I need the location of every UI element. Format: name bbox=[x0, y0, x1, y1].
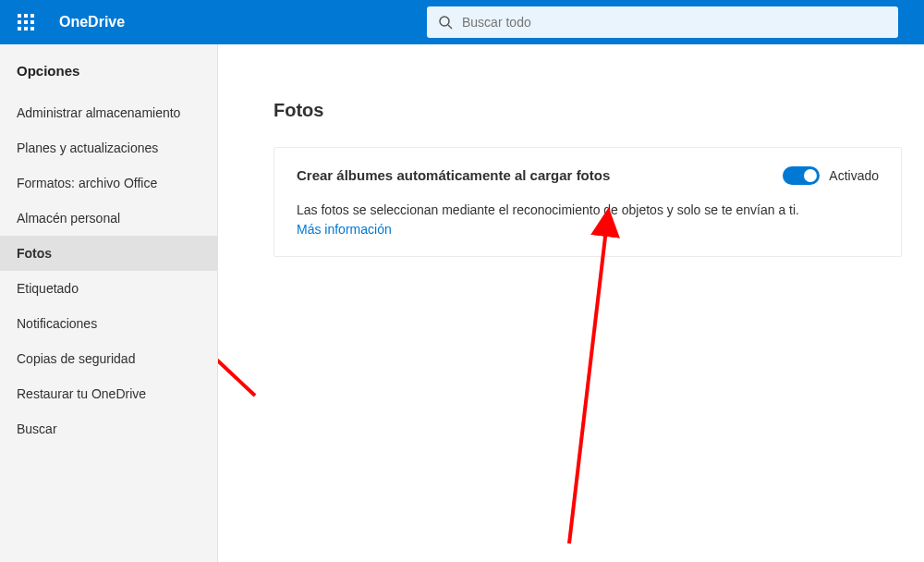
svg-rect-2 bbox=[30, 14, 34, 18]
svg-rect-0 bbox=[18, 14, 21, 18]
sidebar-item-formats[interactable]: Formatos: archivo Office bbox=[0, 165, 217, 201]
app-launcher-button[interactable] bbox=[7, 4, 44, 41]
search-icon bbox=[438, 15, 453, 30]
sidebar-item-notifications[interactable]: Notificaciones bbox=[0, 306, 217, 341]
sidebar-item-label: Almacén personal bbox=[17, 211, 120, 226]
svg-rect-3 bbox=[18, 20, 21, 24]
sidebar-item-plans[interactable]: Planes y actualizaciones bbox=[0, 130, 217, 165]
svg-point-9 bbox=[440, 17, 449, 26]
svg-rect-7 bbox=[24, 27, 28, 31]
main-content: Fotos Crear álbumes automáticamente al c… bbox=[218, 44, 924, 562]
sidebar-item-photos[interactable]: Fotos bbox=[0, 236, 217, 271]
layout: Opciones Administrar almacenamiento Plan… bbox=[0, 44, 924, 562]
sidebar-item-label: Formatos: archivo Office bbox=[17, 176, 157, 190]
search-container bbox=[427, 6, 898, 38]
sidebar-item-search[interactable]: Buscar bbox=[0, 411, 217, 446]
sidebar-item-label: Restaurar tu OneDrive bbox=[17, 386, 146, 401]
svg-rect-4 bbox=[24, 20, 28, 24]
svg-line-10 bbox=[448, 25, 452, 29]
search-input[interactable] bbox=[462, 15, 887, 30]
svg-line-13 bbox=[569, 229, 606, 544]
card-description: Las fotos se seleccionan mediante el rec… bbox=[297, 202, 879, 220]
sidebar-item-backups[interactable]: Copias de seguridad bbox=[0, 341, 217, 376]
sidebar-item-label: Planes y actualizaciones bbox=[17, 140, 158, 155]
toggle-knob bbox=[804, 169, 817, 182]
sidebar-item-label: Administrar almacenamiento bbox=[17, 105, 180, 120]
sidebar-title: Opciones bbox=[0, 54, 217, 95]
sidebar-item-label: Buscar bbox=[17, 422, 57, 436]
sidebar-item-label: Copias de seguridad bbox=[17, 351, 135, 366]
search-box[interactable] bbox=[427, 6, 898, 38]
sidebar: Opciones Administrar almacenamiento Plan… bbox=[0, 44, 218, 562]
card-title: Crear álbumes automáticamente al cargar … bbox=[297, 166, 610, 185]
sidebar-item-storage[interactable]: Administrar almacenamiento bbox=[0, 95, 217, 130]
more-info-link[interactable]: Más información bbox=[297, 222, 392, 237]
annotation-arrows bbox=[218, 44, 924, 562]
sidebar-item-label: Notificaciones bbox=[17, 316, 97, 331]
sidebar-item-restore[interactable]: Restaurar tu OneDrive bbox=[0, 376, 217, 411]
svg-rect-6 bbox=[18, 27, 21, 31]
waffle-icon bbox=[17, 13, 35, 31]
sidebar-item-vault[interactable]: Almacén personal bbox=[0, 201, 217, 236]
auto-album-toggle[interactable] bbox=[783, 166, 820, 185]
svg-line-12 bbox=[218, 257, 255, 396]
sidebar-item-label: Etiquetado bbox=[17, 281, 79, 296]
svg-rect-8 bbox=[30, 27, 34, 31]
toggle-state-label: Activado bbox=[829, 168, 879, 183]
app-header: OneDrive bbox=[0, 0, 924, 44]
svg-rect-5 bbox=[30, 20, 34, 24]
page-title: Fotos bbox=[274, 100, 924, 121]
card-header: Crear álbumes automáticamente al cargar … bbox=[297, 166, 879, 185]
brand-label[interactable]: OneDrive bbox=[55, 14, 125, 31]
setting-card-auto-albums: Crear álbumes automáticamente al cargar … bbox=[274, 147, 902, 257]
sidebar-item-tagging[interactable]: Etiquetado bbox=[0, 271, 217, 306]
sidebar-item-label: Fotos bbox=[17, 246, 52, 261]
svg-rect-1 bbox=[24, 14, 28, 18]
toggle-group: Activado bbox=[783, 166, 879, 185]
